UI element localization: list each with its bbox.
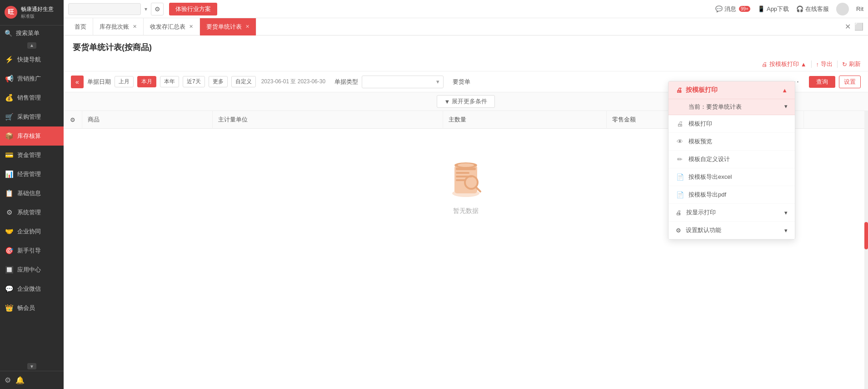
expand-down-icon: ▼ — [444, 98, 450, 105]
app-download-btn[interactable]: 📱 App下载 — [758, 5, 789, 13]
sidebar-item-inventory[interactable]: 📦 库存核算 — [0, 126, 64, 146]
export-btn[interactable]: ↑ 导出 — [816, 60, 833, 68]
type-filter-select[interactable]: ▾ — [362, 76, 444, 88]
trial-btn[interactable]: 体验行业方案 — [169, 3, 217, 15]
footer-settings-icon[interactable]: ⚙ — [5, 376, 11, 384]
svg-rect-3 — [456, 172, 469, 174]
export-excel-icon: 📄 — [676, 173, 684, 181]
sidebar-item-operations[interactable]: 📊 经营管理 — [0, 165, 64, 184]
sales-icon: 💰 — [5, 94, 14, 102]
sidebar-scroll-up[interactable]: ▲ — [0, 41, 64, 50]
type-label: 单据类型 — [334, 78, 358, 86]
query-btn[interactable]: 查询 — [809, 76, 835, 88]
template-print-icon: 🖨 — [676, 120, 684, 127]
basics-icon: 📋 — [5, 189, 14, 197]
tab-order-stats[interactable]: 要货单统计表 ✕ — [200, 18, 256, 35]
refresh-icon: ↻ — [842, 61, 847, 68]
avatar[interactable] — [836, 3, 849, 15]
print-template-btn[interactable]: 🖨 按模板打印 ▲ — [762, 60, 807, 68]
dropdown-template-design[interactable]: ✏ 模板自定义设计 — [668, 151, 795, 168]
tab-bar: 首页 库存批次账 ✕ 收发存汇总表 ✕ 要货单统计表 ✕ ✕ ⬜ — [64, 18, 868, 35]
print-template-dropdown-icon: 🖨 — [676, 86, 682, 94]
refresh-btn[interactable]: ↻ 刷新 — [842, 60, 861, 68]
dropdown-close-arrow-icon[interactable]: ▲ — [782, 87, 788, 94]
scroll-down-btn[interactable]: ▼ — [27, 363, 36, 369]
quick-nav-icon: ⚡ — [5, 56, 14, 64]
window-maximize-icon[interactable]: ⬜ — [854, 22, 863, 31]
col-qty: 主数量 — [443, 111, 607, 129]
date-btn-this-year[interactable]: 本年 — [160, 76, 179, 87]
expand-icon-btn[interactable]: « — [71, 76, 84, 88]
display-print-arrow-icon: ▾ — [784, 209, 788, 216]
sidebar-item-system[interactable]: ⚙ 系统管理 — [0, 203, 64, 222]
member-icon: 👑 — [5, 304, 14, 312]
close-tab-receipt-summary-icon[interactable]: ✕ — [189, 24, 193, 30]
tab-receipt-summary[interactable]: 收发存汇总表 ✕ — [144, 18, 200, 35]
tab-home[interactable]: 首页 — [68, 18, 93, 35]
sidebar-item-marketing[interactable]: 📢 营销推广 — [0, 69, 64, 88]
user-name: Rit — [856, 5, 863, 12]
topbar-settings-btn[interactable]: ⚙ — [151, 3, 164, 15]
dropdown-current-item[interactable]: 当前：要货单统计表 ▾ — [668, 99, 795, 115]
service-icon: 🎧 — [796, 5, 803, 12]
purchase-icon: 🛒 — [5, 113, 14, 121]
date-btn-last-month[interactable]: 上月 — [115, 76, 134, 87]
sidebar-item-wechat[interactable]: 💬 企业微信 — [0, 279, 64, 298]
close-tab-inventory-batch-icon[interactable]: ✕ — [133, 24, 137, 30]
gear-icon: ⚙ — [155, 5, 160, 13]
empty-text: 暂无数据 — [453, 207, 479, 215]
app-logo-icon: 旺 — [5, 6, 17, 19]
display-print-icon: 🖨 — [676, 209, 682, 216]
message-badge: 99+ — [739, 6, 750, 12]
set-default-arrow-icon: ▾ — [784, 227, 788, 234]
expand-more-btn[interactable]: ▼ 展开更多条件 — [437, 95, 495, 108]
dropdown-set-default[interactable]: ⚙ 设置默认功能 ▾ — [668, 222, 795, 239]
sidebar-item-guide[interactable]: 🎯 新手引导 — [0, 241, 64, 260]
window-close-icon[interactable]: ✕ — [845, 22, 851, 31]
dropdown-export-excel[interactable]: 📄 按模板导出excel — [668, 168, 795, 186]
dropdown-display-print[interactable]: 🖨 按显示打印 ▾ — [668, 204, 795, 222]
scroll-up-btn[interactable]: ▲ — [27, 42, 36, 49]
close-tab-order-stats-icon[interactable]: ✕ — [245, 24, 249, 30]
app-download-icon: 📱 — [758, 5, 765, 12]
sidebar-scroll-down[interactable]: ▼ — [0, 362, 64, 371]
date-btn-7days[interactable]: 近7天 — [183, 76, 205, 87]
message-icon: 💬 — [715, 5, 723, 12]
tab-inventory-batch[interactable]: 库存批次账 ✕ — [93, 18, 144, 35]
date-label: 单据日期 — [87, 78, 111, 86]
sidebar-item-sales[interactable]: 💰 销售管理 — [0, 88, 64, 107]
sidebar-item-member[interactable]: 👑 畅会员 — [0, 298, 64, 318]
dropdown-header[interactable]: 🖨 按模板打印 ▲ — [668, 81, 795, 99]
sidebar-logo: 旺 畅康通好生意 标准版 — [0, 0, 64, 25]
date-btn-this-month[interactable]: 本月 — [137, 76, 156, 87]
sidebar-item-enterprise[interactable]: 🤝 企业协同 — [0, 222, 64, 241]
col-settings[interactable]: ⚙ — [64, 111, 82, 129]
sidebar-item-app-center[interactable]: 🔲 应用中心 — [0, 260, 64, 279]
export-icon: ↑ — [816, 61, 819, 68]
search-input[interactable] — [68, 3, 141, 15]
scrollbar-thumb[interactable] — [864, 222, 868, 249]
divider2 — [837, 61, 838, 68]
sidebar-item-basics[interactable]: 📋 基础信息 — [0, 184, 64, 203]
divider — [811, 61, 812, 68]
sidebar-item-finance[interactable]: 💳 资金管理 — [0, 146, 64, 165]
template-preview-icon: 👁 — [676, 138, 684, 145]
footer-sound-icon[interactable]: 🔔 — [15, 376, 25, 384]
sidebar-item-quick-nav[interactable]: ⚡ 快捷导航 — [0, 50, 64, 69]
dropdown-template-print[interactable]: 🖨 模板打印 — [668, 115, 795, 133]
dropdown-template-preview[interactable]: 👁 模板预览 — [668, 133, 795, 151]
svg-point-9 — [458, 163, 474, 167]
sidebar-search[interactable]: 🔍 搜索菜单 — [0, 25, 64, 41]
system-icon: ⚙ — [5, 208, 14, 217]
date-btn-custom[interactable]: 自定义 — [231, 76, 256, 87]
sidebar-item-purchase[interactable]: 🛒 采购管理 — [0, 107, 64, 126]
col-unit: 主计量单位 — [212, 111, 443, 129]
enterprise-icon: 🤝 — [5, 227, 14, 236]
online-service-btn[interactable]: 🎧 在线客服 — [796, 5, 829, 13]
dropdown-export-pdf[interactable]: 📄 按模板导出pdf — [668, 186, 795, 204]
settings-btn[interactable]: 设置 — [839, 76, 861, 88]
date-btn-more[interactable]: 更多 — [209, 76, 228, 87]
dropdown-arrow-icon[interactable]: ▾ — [145, 6, 147, 12]
message-btn[interactable]: 💬 消息 99+ — [715, 5, 750, 13]
vertical-scrollbar[interactable] — [864, 111, 868, 389]
